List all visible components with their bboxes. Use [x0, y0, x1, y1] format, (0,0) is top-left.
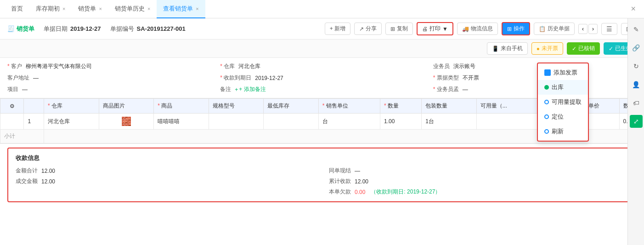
col-pack-qty: 包装数量: [422, 99, 477, 114]
customer-value: 柳州粤港平安气体有限公司: [26, 63, 92, 70]
project-label: 项目: [7, 85, 18, 93]
salesperson-value: 演示账号: [453, 63, 475, 70]
current-arrears-label: 本单欠款: [329, 188, 351, 196]
doc-number-value: SA-20191227-001: [137, 25, 186, 32]
sidebar-user-icon[interactable]: 👤: [630, 78, 643, 91]
payment-info-box: 收款信息 金额合计 12.00 成交金额 12.00 同单现结 —: [7, 148, 637, 202]
tab-inventory-start-close[interactable]: ×: [62, 6, 65, 11]
current-arrears-value: 0.00: [355, 189, 365, 195]
share-label: 分享: [366, 25, 377, 33]
row-pack-qty: 1台: [422, 114, 477, 130]
tab-home[interactable]: 首页: [5, 0, 29, 18]
history-button[interactable]: 📋 历史单据: [534, 23, 575, 35]
col-spec: 规格型号: [209, 99, 264, 114]
add-note-button[interactable]: + + 添加备注: [235, 85, 266, 93]
available-qty-item[interactable]: 可用量提取: [538, 95, 588, 109]
same-order-settlement-row: 同单现结 —: [329, 167, 628, 175]
doc-number-label: 单据编号: [110, 25, 134, 33]
add-invoice-item[interactable]: 添加发票: [538, 65, 588, 80]
tab-sales-order-close[interactable]: ×: [99, 6, 102, 11]
refresh-icon: [544, 129, 549, 134]
doc-meta: 单据日期 2019-12-27 单据编号 SA-20191227-001: [44, 25, 186, 33]
col-sales-unit: * 销售单位: [318, 99, 380, 114]
confirm-button[interactable]: ✓ 已核销: [567, 42, 600, 55]
staff-label: 业务员孟: [433, 85, 459, 93]
current-arrears-row: 本单欠款 0.00 （收款到期日: 2019-12-27）: [329, 188, 628, 196]
row-available: [476, 114, 540, 130]
from-phone-label: 来自手机: [501, 45, 523, 52]
sidebar-link-icon[interactable]: 🔗: [630, 41, 643, 54]
nav-arrows: ‹ ›: [578, 24, 598, 34]
toolbar-right: + 新增 ↗ 分享 ⊞ 复制 🖨 打印 ▼ 🚚 物流信息: [325, 22, 637, 35]
subtotal-label: 小计: [0, 130, 44, 143]
arrears-note: （收款到期日: 2019-12-27）: [371, 188, 441, 196]
tab-view-sales-label: 查看销货单: [163, 5, 193, 13]
staff-value: —: [463, 86, 468, 93]
tab-sales-order-label: 销货单: [78, 5, 96, 13]
tab-sales-history-close[interactable]: ×: [147, 6, 150, 11]
from-phone-button[interactable]: 📱 来自手机: [487, 42, 528, 55]
operation-label: 操作: [514, 25, 525, 33]
transaction-amount-row: 成交金额 12.00: [16, 177, 315, 185]
copy-icon: ⊞: [390, 26, 395, 32]
locate-item[interactable]: 定位: [538, 109, 588, 124]
customer-field: 客户 柳州粤港平安气体有限公司: [7, 63, 211, 70]
ticket-type-label: 票据类型: [433, 74, 459, 82]
right-sidebar: ✎ 🔗 ↻ 👤 🏷 ⤢: [627, 18, 644, 245]
available-qty-label: 可用量提取: [552, 98, 582, 106]
project-field: 项目 —: [7, 85, 211, 93]
copy-button[interactable]: ⊞ 复制: [385, 23, 413, 35]
project-value: —: [22, 86, 28, 93]
tab-view-sales-close[interactable]: ×: [196, 6, 198, 11]
refresh-item[interactable]: 刷新: [538, 124, 588, 139]
note-label: 备注: [220, 85, 231, 93]
tab-sales-order[interactable]: 销货单 ×: [72, 0, 108, 18]
sidebar-tag-icon[interactable]: 🏷: [630, 97, 643, 109]
doc-title-icon: 🧾: [7, 25, 15, 32]
confirm-icon: ✓: [572, 46, 576, 52]
not-open-button[interactable]: ● 未开票: [531, 42, 563, 55]
window-close-button[interactable]: ×: [627, 4, 639, 14]
action-row: 📱 来自手机 ● 未开票 ✓ 已核销 ✓ 已生效: [0, 40, 644, 58]
print-button[interactable]: 🖨 打印 ▼: [417, 22, 453, 35]
row-num: 1: [24, 114, 44, 130]
same-order-settlement-value: —: [355, 168, 360, 174]
payment-date-value: 2019-12-27: [255, 75, 283, 81]
tab-view-sales[interactable]: 查看销货单 ×: [157, 0, 205, 18]
sidebar-edit-icon[interactable]: ✎: [630, 23, 643, 36]
not-open-label: 未开票: [542, 45, 558, 52]
row-sales-unit: 台: [318, 114, 380, 130]
operation-button[interactable]: ⊞ 操作: [502, 22, 530, 35]
tab-sales-history[interactable]: 销货单历史 ×: [108, 0, 157, 18]
logistics-button[interactable]: 🚚 物流信息: [457, 23, 498, 35]
out-warehouse-icon: [544, 85, 549, 90]
warehouse-value: 河北仓库: [238, 63, 260, 70]
col-product: * 商品: [154, 99, 209, 114]
print-label: 打印: [429, 25, 441, 33]
total-amount-row: 金额合计 12.00: [16, 167, 315, 175]
row-quantity: 1.00: [380, 114, 422, 130]
tab-bar: 首页 库存期初 × 销货单 × 销货单历史 × 查看销货单 × ×: [0, 0, 644, 18]
out-warehouse-item[interactable]: 出库: [538, 80, 588, 95]
col-settings: ⚙: [0, 99, 24, 114]
note-field: 备注 + + 添加备注: [220, 85, 424, 93]
copy-label: 复制: [397, 25, 408, 33]
list-view-button[interactable]: ☰: [601, 23, 617, 35]
address-value: —: [33, 75, 39, 81]
tab-inventory-start[interactable]: 库存期初 ×: [29, 0, 72, 18]
doc-date-value: 2019-12-27: [70, 25, 101, 32]
history-label: 历史单据: [548, 25, 570, 33]
col-product-img: 商品图片: [99, 99, 154, 114]
doc-date-label: 单据日期: [44, 25, 68, 33]
locate-icon: [544, 114, 549, 119]
total-amount-label: 金额合计: [16, 167, 38, 175]
new-button[interactable]: + 新增: [325, 23, 350, 35]
effect-icon: ✓: [609, 46, 613, 52]
prev-arrow[interactable]: ‹: [578, 24, 588, 34]
share-button[interactable]: ↗ 分享: [354, 23, 382, 35]
next-arrow[interactable]: ›: [588, 24, 598, 34]
sidebar-expand-icon[interactable]: ⤢: [630, 115, 643, 128]
sidebar-refresh-icon[interactable]: ↻: [630, 60, 643, 73]
ticket-type-value: 不开票: [463, 74, 479, 82]
col-min-stock: 最低库存: [264, 99, 319, 114]
